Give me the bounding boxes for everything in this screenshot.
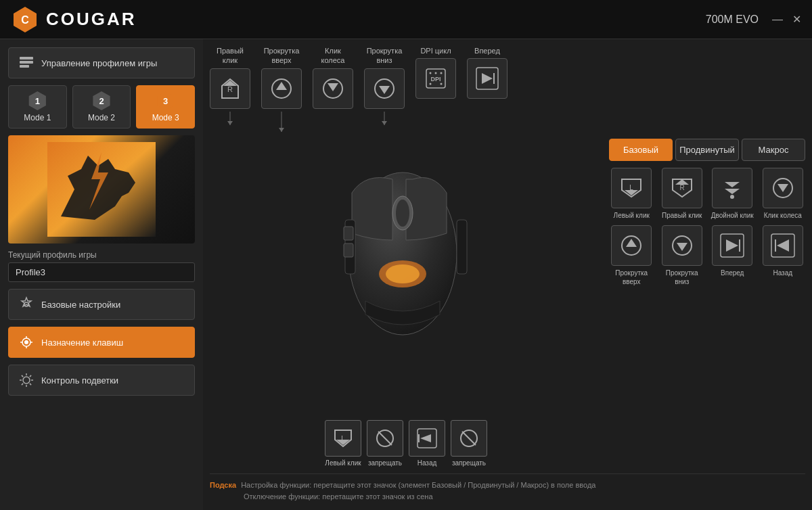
ann-forbidden2: запрещать	[451, 420, 487, 467]
top-btn-right-click: Правыйклик R	[210, 46, 250, 125]
grid-double-click-icon	[712, 168, 752, 208]
wheel-click-icon-btn[interactable]	[313, 68, 353, 109]
grid-left-click-label: Левый клик	[614, 211, 650, 220]
svg-point-50	[396, 200, 409, 227]
grid-scroll-up[interactable]: Прокрутка вверх	[609, 225, 654, 286]
svg-rect-55	[344, 227, 353, 240]
svg-point-40	[430, 72, 432, 74]
svg-rect-3	[20, 61, 33, 64]
grid-double-click[interactable]: Двойной клик	[710, 168, 755, 220]
svg-marker-77	[777, 184, 788, 192]
brand-name: COUGAR	[46, 9, 137, 30]
svg-line-21	[22, 384, 23, 385]
ann-back-box[interactable]	[409, 420, 445, 457]
top-button-row: Правыйклик R Прокруткаввер	[210, 46, 805, 132]
basic-settings-button[interactable]: Базовые настройки	[8, 289, 195, 320]
profile-cougar-art	[47, 142, 156, 237]
ann-forbidden1: запрещать	[367, 420, 403, 467]
hint-title: Подска	[210, 481, 236, 489]
mode2-button[interactable]: 2 Mode 2	[72, 85, 131, 129]
grid-wheel-click-label: Клик колеса	[764, 211, 802, 220]
grid-back[interactable]: Назад	[761, 225, 806, 286]
scroll-down-icon-btn[interactable]	[364, 68, 405, 109]
top-btn-wheel-click: Кликколеса	[313, 46, 353, 109]
cougar-logo-icon: C	[11, 5, 39, 34]
svg-marker-83	[726, 239, 738, 252]
ann-back: Назад	[409, 420, 445, 467]
hint-line1-text: Настройка функции: перетащите этот значо…	[241, 481, 595, 489]
grid-left-click[interactable]: L Левый клик	[609, 168, 654, 220]
top-btn-scroll-down-label: Прокруткавниз	[367, 46, 403, 66]
product-name: 700M EVO	[706, 14, 759, 26]
connector-right-click	[226, 112, 234, 125]
right-click-icon-btn[interactable]: R	[210, 68, 250, 109]
scroll-up-icon-btn[interactable]	[261, 68, 302, 109]
top-btn-dpi: DPI цикл DPI	[415, 46, 456, 99]
svg-rect-4	[20, 65, 29, 68]
middle-section: L Левый клик запрещ	[210, 139, 805, 473]
ann-back-label: Назад	[418, 459, 437, 467]
ann-left-click-box[interactable]: L	[325, 420, 361, 457]
top-btn-wheel-click-label: Кликколеса	[321, 46, 345, 66]
logo: C COUGAR	[11, 5, 137, 34]
close-button[interactable]: ✕	[792, 13, 801, 26]
main-layout: Управление профилем игры 1 Mode 1 2 Mode…	[0, 39, 812, 510]
grid-wheel-click-icon	[763, 168, 803, 208]
grid-back-label: Назад	[773, 269, 792, 277]
top-btn-scroll-up: Прокруткавверх	[261, 46, 302, 132]
grid-left-click-icon: L	[611, 168, 652, 208]
top-btn-dpi-label: DPI цикл	[420, 46, 451, 55]
profile-image	[8, 135, 195, 244]
svg-text:DPI: DPI	[430, 76, 441, 83]
lighting-icon	[18, 372, 35, 388]
svg-point-44	[441, 83, 443, 85]
current-profile-label: Текущий профиль игры	[8, 250, 195, 260]
forward-icon-btn[interactable]	[467, 58, 508, 99]
mode2-hex-shape: 2	[92, 91, 111, 110]
grid-forward[interactable]: Вперед	[710, 225, 755, 286]
right-panel: Базовый Продвинутый Макрос L	[609, 139, 805, 473]
titlebar-right: 700M EVO — ✕	[706, 13, 801, 26]
content-area: Правыйклик R Прокруткаввер	[203, 39, 812, 510]
svg-line-66	[462, 432, 476, 445]
profile-management-button[interactable]: Управление профилем игры	[8, 47, 195, 78]
basic-settings-label: Базовые настройки	[41, 300, 120, 310]
svg-marker-31	[279, 128, 284, 132]
ann-forbidden1-box[interactable]	[367, 420, 403, 457]
top-btn-forward-label: Вперед	[474, 46, 500, 55]
lighting-label: Контроль подветки	[41, 375, 118, 386]
svg-text:R: R	[227, 85, 233, 93]
grid-back-icon	[763, 225, 803, 266]
titlebar: C COUGAR 700M EVO — ✕	[0, 0, 812, 39]
ann-forbidden2-box[interactable]	[451, 420, 487, 457]
ann-forbidden2-label: запрещать	[452, 459, 486, 467]
dpi-icon-btn[interactable]: DPI	[415, 58, 456, 99]
grid-right-click[interactable]: R Правый клик	[660, 168, 705, 220]
sidebar: Управление профилем игры 1 Mode 1 2 Mode…	[0, 39, 203, 510]
tab-advanced[interactable]: Продвинутый	[675, 139, 739, 161]
minimize-button[interactable]: —	[772, 13, 783, 26]
svg-text:R: R	[679, 184, 684, 191]
svg-marker-79	[626, 239, 637, 247]
lighting-button[interactable]: Контроль подветки	[8, 365, 195, 396]
svg-point-43	[430, 83, 432, 85]
tab-basic[interactable]: Базовый	[609, 139, 673, 161]
grid-wheel-click[interactable]: Клик колеса	[761, 168, 806, 220]
mode3-button[interactable]: 3 Mode 3	[136, 85, 195, 129]
svg-point-52	[386, 264, 420, 283]
hint-line2: Отключение функции: перетащите этот знач…	[210, 491, 805, 503]
ann-forbidden1-label: запрещать	[368, 459, 402, 467]
svg-marker-35	[379, 86, 390, 94]
profile-name-input[interactable]	[8, 262, 195, 282]
grid-scroll-down[interactable]: Прокрутка вниз	[660, 225, 705, 286]
key-assign-button[interactable]: Назначение клавиш	[8, 327, 195, 358]
mouse-illustration	[298, 152, 514, 342]
svg-point-42	[441, 72, 443, 74]
hint-line1: Подска Настройка функции: перетащите это…	[210, 480, 805, 492]
mode3-hex-shape: 3	[156, 91, 175, 110]
svg-line-20	[30, 384, 31, 385]
window-controls: — ✕	[772, 13, 801, 26]
mode1-button[interactable]: 1 Mode 1	[8, 85, 67, 129]
svg-marker-86	[777, 239, 789, 252]
tab-macro[interactable]: Макрос	[742, 139, 805, 161]
